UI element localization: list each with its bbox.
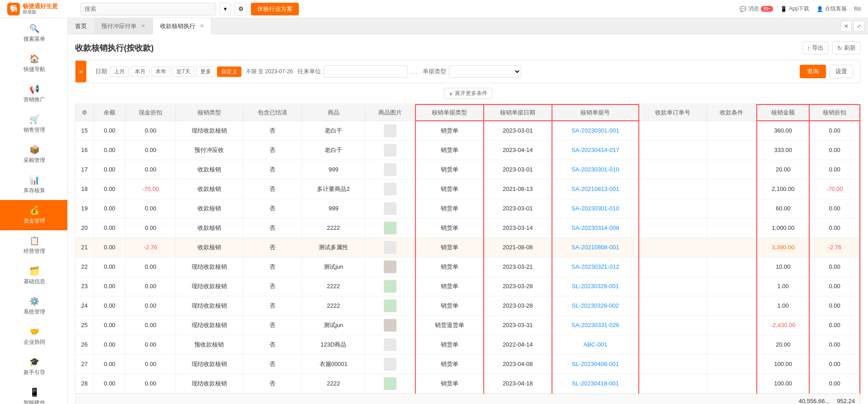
- user-item[interactable]: Rit: [854, 6, 861, 12]
- sidebar-icon-guide: 🎓: [29, 357, 39, 367]
- this-year-btn[interactable]: 本年: [151, 67, 170, 77]
- last-month-btn[interactable]: 上月: [110, 67, 129, 77]
- product-image: [384, 183, 396, 195]
- tab-home[interactable]: 首页: [68, 18, 94, 34]
- cell-doc-no: SL-20230328-002: [552, 296, 639, 315]
- partner-label: 往来单位: [297, 67, 321, 76]
- cell-settled: 否: [243, 374, 302, 393]
- sidebar-item-hardware[interactable]: 📱智能硬件: [0, 382, 67, 404]
- more-date-btn[interactable]: 更多: [196, 67, 215, 77]
- page-title-bar: 收款核销执行(按收款) ↑ 导出 ↻ 刷新: [75, 42, 861, 54]
- sidebar-item-operations[interactable]: 📋经营管理: [0, 230, 67, 261]
- doc-no-link[interactable]: ABC-001: [583, 341, 607, 348]
- cell-product-img: [365, 257, 415, 276]
- settings-gear-button[interactable]: ⚙: [235, 3, 247, 15]
- topbar-right: 💬 消息 99+ 📱 App下载 👤 在线客服 Rit: [740, 5, 861, 13]
- app-download-item[interactable]: 📱 App下载: [780, 5, 809, 13]
- cell-discount: 0.00: [809, 199, 860, 218]
- sidebar-label-hardware: 智能硬件: [24, 399, 45, 404]
- filter-settings-button[interactable]: 设置: [830, 65, 853, 78]
- partner-input[interactable]: [324, 65, 408, 78]
- sidebar-item-marketing[interactable]: 📢营销推广: [0, 79, 67, 109]
- tab-prepay[interactable]: 预付冲应付单 ✕: [94, 18, 153, 34]
- cell-settled: 否: [243, 276, 302, 296]
- cell-id: 23: [75, 276, 94, 296]
- table-row: 27 0.00 0.00 现结收款核销 否 衣服00001 销货单 2023-0…: [75, 354, 860, 374]
- sidebar-item-basic-info[interactable]: 🗂️基础信息: [0, 261, 67, 291]
- cell-order-no: [639, 160, 707, 179]
- cell-discount: 0.00: [809, 354, 860, 374]
- dropdown-button[interactable]: ▾: [220, 3, 231, 15]
- tab-restore-button[interactable]: ⤢: [854, 21, 864, 32]
- doc-no-link[interactable]: SL-20230408-001: [572, 361, 619, 367]
- doc-no-link[interactable]: SA-20230301-010: [571, 205, 619, 212]
- export-button[interactable]: ↑ 导出: [802, 42, 829, 54]
- table-row: 28 0.00 0.00 现结收款核销 否 2222 销货单 2023-04-1…: [75, 374, 860, 393]
- sidebar-item-inventory[interactable]: 📊库存核算: [0, 170, 67, 200]
- sidebar-item-enterprise[interactable]: 🤝企业协同: [0, 321, 67, 352]
- tab-prepay-close[interactable]: ✕: [141, 23, 145, 29]
- sidebar-item-finance[interactable]: 💰资金管理: [0, 200, 67, 230]
- sidebar-item-quick-nav[interactable]: 🏠快捷导航: [0, 48, 67, 79]
- filter-toggle-button[interactable]: »: [75, 61, 86, 82]
- cell-settled: 否: [243, 335, 302, 354]
- last-7days-btn[interactable]: 近7天: [172, 67, 194, 77]
- cell-product-img: [365, 276, 415, 296]
- doc-no-link[interactable]: SA-20230301-010: [571, 166, 619, 173]
- page-title: 收款核销执行(按收款): [75, 43, 154, 53]
- this-month-btn[interactable]: 本月: [131, 67, 150, 77]
- cell-product: 测试多属性: [302, 238, 365, 257]
- cell-id: 20: [75, 218, 94, 238]
- cell-doc-no: SA-20230414-017: [552, 140, 639, 160]
- cell-id: 21: [75, 238, 94, 257]
- tab-collection[interactable]: 收款核销执行 ✕: [153, 18, 212, 34]
- doc-no-link[interactable]: SL-20230418-001: [572, 380, 619, 387]
- doc-no-link[interactable]: SL-20230328-001: [572, 283, 619, 290]
- cell-type: 预付冲应收: [175, 140, 243, 160]
- cell-settled: 否: [243, 257, 302, 276]
- cell-doc-type: 销货单: [415, 374, 484, 393]
- export-icon: ↑: [807, 45, 811, 52]
- doc-no-link[interactable]: SA-20230331-026: [571, 322, 619, 328]
- cell-condition: [707, 335, 757, 354]
- tab-collection-close[interactable]: ✕: [200, 23, 204, 29]
- cell-order-no: [639, 354, 707, 374]
- sidebar-icon-enterprise: 🤝: [29, 327, 39, 337]
- topbar: 畅 畅捷通好生意 标准版 ▾ ⚙ 休验行业方案 💬 消息 99+ 📱 App下载…: [0, 0, 868, 18]
- cell-product-img: [365, 160, 415, 179]
- cell-doc-type: 销货单: [415, 257, 484, 276]
- doc-no-link[interactable]: SA-20230414-017: [571, 147, 619, 153]
- doc-no-link[interactable]: SA-20210808-001: [571, 244, 619, 251]
- query-button[interactable]: 查询: [800, 65, 826, 78]
- doc-no-link[interactable]: SA-20230321-012: [571, 263, 619, 270]
- sidebar-item-search[interactable]: 🔍搜索菜单: [0, 18, 67, 48]
- cell-settled: 否: [243, 315, 302, 335]
- cell-condition: [707, 296, 757, 315]
- messages-item[interactable]: 💬 消息 99+: [740, 5, 773, 13]
- cell-product: 老白干: [302, 140, 365, 160]
- expand-more-button[interactable]: ∨ 展开更多条件: [444, 88, 492, 99]
- custom-date-btn[interactable]: 自定义: [217, 67, 241, 77]
- cell-doc-type: 销货单: [415, 276, 484, 296]
- sidebar: 🔍搜索菜单🏠快捷导航📢营销推广🛒销售管理📦采购管理📊库存核算💰资金管理📋经营管理…: [0, 18, 68, 404]
- table-row: 18 0.00 -70.00 收款核销 否 多计量商品2 销货单 2021-08…: [75, 179, 860, 199]
- doc-no-link[interactable]: SL-20230328-002: [572, 302, 619, 309]
- receipt-type-select[interactable]: [449, 65, 521, 78]
- doc-no-link[interactable]: SA-20210813-001: [571, 185, 619, 192]
- online-service-item[interactable]: 👤 在线客服: [816, 5, 847, 13]
- tab-close-all-button[interactable]: ✕: [841, 21, 852, 32]
- sidebar-item-sales[interactable]: 🛒销售管理: [0, 109, 67, 139]
- sidebar-item-system[interactable]: ⚙️系统管理: [0, 291, 67, 321]
- doc-no-link[interactable]: SA-20230314-008: [571, 224, 619, 231]
- cell-cash-discount: 0.00: [126, 354, 175, 374]
- cell-id: 16: [75, 140, 94, 160]
- refresh-button[interactable]: ↻ 刷新: [832, 42, 861, 54]
- cell-balance: 0.00: [94, 160, 126, 179]
- solution-button[interactable]: 休验行业方案: [251, 3, 299, 15]
- sidebar-item-purchase[interactable]: 📦采购管理: [0, 139, 67, 170]
- product-image: [384, 222, 396, 234]
- sidebar-item-guide[interactable]: 🎓新手引导: [0, 352, 67, 382]
- doc-no-link[interactable]: SA-20230301-001: [571, 127, 619, 134]
- topbar-search-input[interactable]: [80, 3, 216, 15]
- cell-product-img: [365, 121, 415, 140]
